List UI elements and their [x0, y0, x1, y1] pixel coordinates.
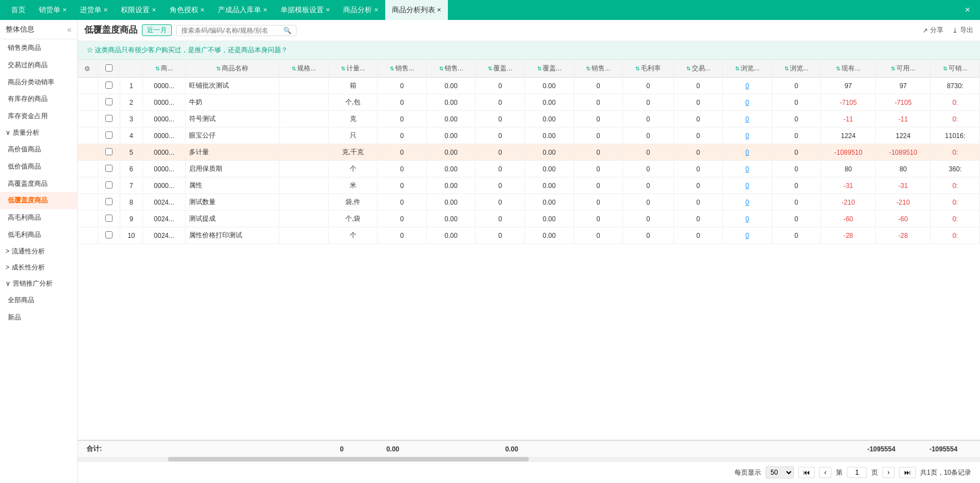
td-browse1[interactable]: 0 — [723, 161, 772, 177]
browse-link[interactable]: 0 — [746, 132, 749, 140]
td-browse1[interactable]: 0 — [723, 194, 772, 211]
row-checkbox[interactable] — [105, 131, 113, 139]
nav-templates[interactable]: 单据模板设置 × — [274, 0, 336, 20]
th-sales-amt[interactable]: ⇅销售... — [426, 60, 476, 78]
td-browse1[interactable]: 0 — [723, 211, 772, 227]
td-browse1[interactable]: 0 — [723, 227, 772, 244]
row-checkbox[interactable] — [105, 82, 113, 89]
prev-page-button[interactable]: ‹ — [819, 467, 831, 478]
th-unit[interactable]: ⇅计量... — [328, 60, 377, 78]
td-unit: 箱 — [328, 78, 377, 94]
td-checkbox — [98, 94, 120, 111]
sidebar-item-high-value[interactable]: 高价值商品 — [0, 141, 77, 158]
sidebar-item-all-goods[interactable]: 全部商品 — [0, 292, 77, 309]
window-close-button[interactable]: × — [959, 5, 976, 15]
th-browse2[interactable]: ⇅浏览... — [772, 60, 821, 78]
select-all-checkbox[interactable] — [105, 64, 113, 72]
td-browse1[interactable]: 0 — [723, 177, 772, 194]
nav-permissions[interactable]: 权限设置 × — [114, 0, 162, 20]
browse-link[interactable]: 0 — [746, 149, 749, 156]
last-page-button[interactable]: ⏭ — [899, 467, 916, 478]
row-checkbox[interactable] — [105, 115, 113, 122]
th-sales-val[interactable]: ⇅销售... — [574, 60, 623, 78]
td-coverage2: 0.00 — [525, 211, 574, 227]
sidebar-item-capital-occupy[interactable]: 库存资金占用 — [0, 108, 77, 125]
sidebar-group-marketing[interactable]: ∨ 营销推广分析 — [0, 276, 77, 292]
td-browse1[interactable]: 0 — [723, 144, 772, 161]
next-page-button[interactable]: › — [882, 467, 895, 478]
th-sellable[interactable]: ⇅可销... — [931, 60, 980, 78]
export-button[interactable]: ⤓ 导出 — [952, 26, 973, 35]
th-coverage1[interactable]: ⇅覆盖... — [476, 60, 525, 78]
sidebar-item-low-profit[interactable]: 低毛利商品 — [0, 226, 77, 243]
th-browse1[interactable]: ⇅浏览... — [723, 60, 772, 78]
td-sku-code: 0024... — [142, 194, 185, 211]
td-browse1[interactable]: 0 — [723, 78, 772, 94]
th-name[interactable]: ⇅商品名称 — [186, 60, 279, 78]
td-browse1[interactable]: 0 — [723, 94, 772, 111]
th-gross-margin[interactable]: ⇅毛利率 — [623, 60, 674, 78]
row-checkbox[interactable] — [105, 165, 113, 172]
th-settings[interactable]: ⚙ — [78, 60, 98, 78]
nav-analysis-list[interactable]: 商品分析列表 × — [385, 0, 448, 20]
row-checkbox[interactable] — [105, 231, 113, 238]
td-coverage2: 0.00 — [525, 94, 574, 111]
td-settings — [78, 94, 98, 111]
nav-home[interactable]: 首页 — [4, 0, 32, 20]
td-browse1[interactable]: 0 — [723, 111, 772, 128]
th-current-stock[interactable]: ⇅现有... — [821, 60, 876, 78]
row-checkbox[interactable] — [105, 215, 113, 222]
td-rownum: 8 — [120, 194, 142, 211]
row-checkbox[interactable] — [105, 98, 113, 105]
sidebar-item-has-inventory[interactable]: 有库存的商品 — [0, 90, 77, 108]
th-trade-count[interactable]: ⇅交易... — [673, 60, 723, 78]
sidebar-item-sales-category[interactable]: 销售类商品 — [0, 39, 77, 57]
nav-roles[interactable]: 角色授权 × — [163, 0, 211, 20]
td-sales-val: 0 — [574, 144, 623, 161]
browse-link[interactable]: 0 — [746, 165, 749, 173]
sidebar-item-sales-dynamic[interactable]: 商品分类动销率 — [0, 74, 77, 91]
sidebar-group-quality[interactable]: ∨ 质量分析 — [0, 125, 77, 141]
per-page-select[interactable]: 50 100 200 — [765, 466, 794, 479]
th-coverage2[interactable]: ⇅覆盖... — [525, 60, 574, 78]
nav-products[interactable]: 产成品入库单 × — [211, 0, 274, 20]
td-coverage2: 0.00 — [525, 227, 574, 244]
th-spec[interactable]: ⇅规格... — [279, 60, 329, 78]
page-input[interactable] — [847, 467, 867, 478]
td-current-stock: -1089510 — [821, 144, 876, 161]
th-sales-qty[interactable]: ⇅销售... — [377, 60, 427, 78]
browse-link[interactable]: 0 — [746, 115, 749, 123]
td-browse1[interactable]: 0 — [723, 128, 772, 144]
th-sku-code[interactable]: ⇅商... — [142, 60, 185, 78]
th-available-stock[interactable]: ⇅可用... — [876, 60, 931, 78]
browse-link[interactable]: 0 — [746, 182, 749, 190]
browse-link[interactable]: 0 — [746, 215, 749, 223]
time-tag-button[interactable]: 近一月 — [142, 24, 172, 36]
sidebar-item-traded[interactable]: 交易过的商品 — [0, 57, 77, 74]
browse-link[interactable]: 0 — [746, 199, 749, 206]
sidebar-toggle-button[interactable]: « — [67, 25, 72, 34]
sidebar-item-high-coverage[interactable]: 高覆盖度商品 — [0, 175, 77, 192]
browse-link[interactable]: 0 — [746, 232, 749, 240]
sidebar-item-low-value[interactable]: 低价值商品 — [0, 158, 77, 175]
column-settings-icon[interactable]: ⚙ — [84, 65, 90, 73]
td-sku-code: 0000... — [142, 177, 185, 194]
row-checkbox[interactable] — [105, 181, 113, 189]
td-available-stock: 97 — [876, 78, 931, 94]
browse-link[interactable]: 0 — [746, 82, 749, 90]
nav-purchase[interactable]: 进货单 × — [73, 0, 114, 20]
first-page-button[interactable]: ⏮ — [798, 467, 815, 478]
search-input[interactable] — [181, 27, 281, 34]
row-checkbox[interactable] — [105, 148, 113, 155]
sidebar-group-flow[interactable]: > 流通性分析 — [0, 243, 77, 260]
share-button[interactable]: ↗ 分享 — [922, 26, 943, 35]
browse-link[interactable]: 0 — [746, 99, 749, 106]
sidebar-item-new-goods[interactable]: 新品 — [0, 309, 77, 326]
nav-analysis[interactable]: 商品分析 × — [336, 0, 385, 20]
sidebar-item-high-profit[interactable]: 高毛利商品 — [0, 209, 77, 226]
sidebar-header: 整体信息 « — [0, 20, 77, 39]
row-checkbox[interactable] — [105, 198, 113, 205]
sidebar-group-growth[interactable]: > 成长性分析 — [0, 260, 77, 276]
nav-sales[interactable]: 销货单 × — [32, 0, 73, 20]
sidebar-item-low-coverage[interactable]: 低覆盖度商品 — [0, 192, 77, 209]
